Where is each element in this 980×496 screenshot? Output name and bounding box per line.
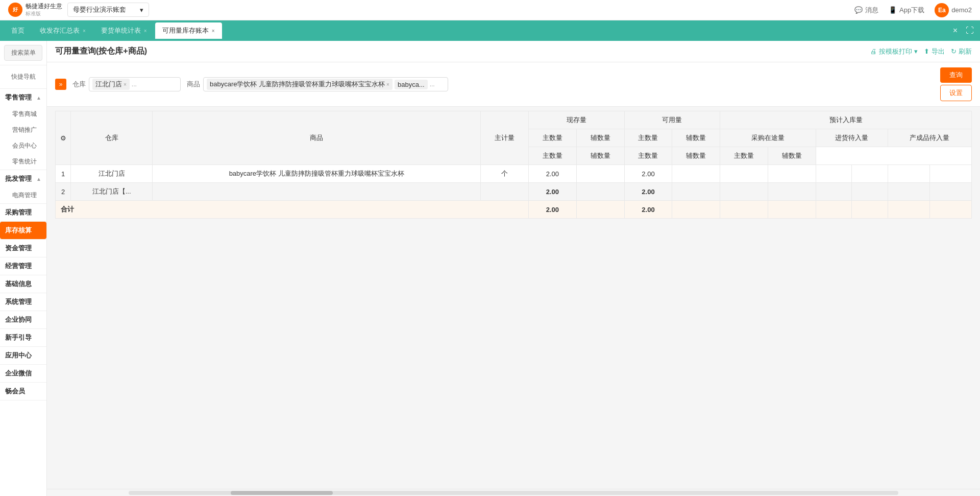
sidebar-section-operations-header[interactable]: 经营管理 bbox=[0, 257, 46, 275]
cell-pr-main-1 bbox=[888, 165, 929, 183]
industry-selector-label: 母婴行业演示账套 bbox=[73, 5, 126, 14]
sidebar-item-retail-mall[interactable]: 零售商城 bbox=[0, 106, 46, 122]
cell-av-aux-2 bbox=[672, 183, 720, 201]
filter-actions: 查询 设置 bbox=[940, 67, 972, 101]
sidebar-section-basic-header[interactable]: 基础信息 bbox=[0, 275, 46, 293]
sidebar-section-inventory: 库存核算 bbox=[0, 222, 46, 240]
logo-sub: 标准版 bbox=[26, 10, 62, 17]
th-purchase-in: 采购在途量 bbox=[720, 129, 816, 147]
sidebar-section-collab-header[interactable]: 企业协同 bbox=[0, 311, 46, 328]
cell-pi-aux-1 bbox=[768, 165, 816, 183]
th-pr-main: 主数量 bbox=[720, 147, 768, 165]
cell-no-2: 2 bbox=[56, 183, 71, 201]
sidebar-section-retail-header[interactable]: 零售管理 ▲ bbox=[0, 89, 46, 106]
sidebar-section-collab: 企业协同 bbox=[0, 311, 46, 329]
product-tag1-text: babycare学饮杯 儿童防摔防撞吸管杯重力球吸嘴杯宝宝水杯 bbox=[210, 80, 385, 89]
avatar: Ea bbox=[935, 3, 949, 17]
sidebar-section-basic: 基础信息 bbox=[0, 275, 46, 293]
cell-pr-aux-1 bbox=[929, 165, 971, 183]
sidebar-section-changyuan-header[interactable]: 畅会员 bbox=[0, 383, 46, 400]
product-tag2-text: babyca... bbox=[398, 81, 425, 88]
th-gear[interactable]: ⚙ bbox=[56, 111, 71, 165]
print-icon: 🖨 bbox=[870, 48, 877, 55]
basic-info-label: 基础信息 bbox=[5, 279, 32, 289]
sidebar-item-marketing[interactable]: 营销推广 bbox=[0, 122, 46, 138]
print-btn[interactable]: 🖨 按模板打印 ▾ bbox=[870, 47, 918, 56]
th-pr-aux: 辅数量 bbox=[768, 147, 816, 165]
cell-gi-main-2 bbox=[816, 183, 851, 201]
th-available: 可用量 bbox=[624, 111, 720, 129]
scrollbar-thumb[interactable] bbox=[231, 491, 333, 495]
product-input[interactable]: babycare学饮杯 儿童防摔防撞吸管杯重力球吸嘴杯宝宝水杯 × babyca… bbox=[203, 77, 448, 91]
warehouse-tag-close[interactable]: × bbox=[124, 82, 127, 87]
sidebar-section-wholesale: 批发管理 ▲ 电商管理 bbox=[0, 170, 46, 204]
close-all-tabs-btn[interactable]: × bbox=[951, 24, 960, 37]
top-bar: 好 畅捷通好生意 标准版 母婴行业演示账套 ▾ 💬 消息 📱 App下载 Ea … bbox=[0, 0, 980, 20]
export-btn[interactable]: ⬆ 导出 bbox=[924, 47, 945, 56]
app-download-btn[interactable]: 📱 App下载 bbox=[889, 6, 924, 15]
purchase-label: 采购管理 bbox=[5, 208, 32, 217]
top-bar-right: 💬 消息 📱 App下载 Ea demo2 bbox=[854, 3, 972, 17]
search-menu-btn[interactable]: 搜索菜单 bbox=[4, 45, 42, 61]
user-area[interactable]: Ea demo2 bbox=[935, 3, 972, 17]
horizontal-scrollbar[interactable] bbox=[129, 491, 898, 495]
warehouse-more[interactable]: ... bbox=[132, 81, 137, 88]
sidebar-section-finance-header[interactable]: 资金管理 bbox=[0, 240, 46, 257]
cell-unit-1: 个 bbox=[481, 165, 529, 183]
message-btn[interactable]: 💬 消息 bbox=[854, 6, 878, 15]
export-icon: ⬆ bbox=[924, 48, 929, 55]
sidebar-section-retail: 零售管理 ▲ 零售商城 营销推广 会员中心 零售统计 bbox=[0, 89, 46, 170]
fullscreen-btn[interactable]: ⛶ bbox=[964, 24, 976, 37]
sidebar-item-retail-stats[interactable]: 零售统计 bbox=[0, 154, 46, 170]
product-tag1-close[interactable]: × bbox=[386, 82, 389, 87]
sidebar-section-guide-header[interactable]: 新手引导 bbox=[0, 329, 46, 346]
tab-home[interactable]: 首页 bbox=[4, 22, 32, 39]
sidebar-item-ecommerce[interactable]: 电商管理 bbox=[0, 187, 46, 203]
collab-label: 企业协同 bbox=[5, 315, 32, 324]
cell-pi-main-2 bbox=[720, 183, 768, 201]
query-btn[interactable]: 查询 bbox=[940, 67, 972, 83]
sidebar-section-system-header[interactable]: 系统管理 bbox=[0, 293, 46, 311]
page-actions: 🖨 按模板打印 ▾ ⬆ 导出 ↻ 刷新 bbox=[870, 47, 972, 56]
sidebar-item-member[interactable]: 会员中心 bbox=[0, 138, 46, 154]
product-more[interactable]: ... bbox=[430, 81, 435, 88]
th-goods-in: 进货待入量 bbox=[816, 129, 888, 147]
warehouse-tag-text: 江北门店 bbox=[95, 80, 122, 89]
industry-selector[interactable]: 母婴行业演示账套 ▾ bbox=[67, 3, 149, 17]
cell-gi-main-1 bbox=[816, 165, 851, 183]
product-tag1: babycare学饮杯 儿童防摔防撞吸管杯重力球吸嘴杯宝宝水杯 × bbox=[207, 79, 393, 90]
cell-pr-aux-2 bbox=[929, 183, 971, 201]
warehouse-input[interactable]: 江北门店 × ... bbox=[89, 77, 181, 91]
tab-bar: 首页 收发存汇总表 × 要货单统计表 × 可用量库存账本 × × ⛶ bbox=[0, 20, 980, 41]
tab-available-stock[interactable]: 可用量库存账本 × bbox=[155, 22, 222, 39]
cell-warehouse-2: 江北门店【... bbox=[71, 183, 153, 201]
cell-cs-main-1: 2.00 bbox=[528, 165, 576, 183]
sidebar-section-enterprise-wechat-header[interactable]: 企业微信 bbox=[0, 365, 46, 382]
sidebar-item-quick-nav[interactable]: 快捷导航 bbox=[0, 68, 46, 85]
warehouse-filter-group: 仓库 江北门店 × ... bbox=[72, 77, 181, 91]
top-bar-left: 好 畅捷通好生意 标准版 母婴行业演示账套 ▾ bbox=[8, 3, 149, 17]
refresh-btn[interactable]: ↻ 刷新 bbox=[951, 47, 972, 56]
tab-order-stats[interactable]: 要货单统计表 × bbox=[94, 22, 154, 39]
sidebar-section-wholesale-header[interactable]: 批发管理 ▲ bbox=[0, 170, 46, 187]
expand-filter-btn[interactable]: » bbox=[55, 79, 66, 90]
sidebar-section-app-center-header[interactable]: 应用中心 bbox=[0, 347, 46, 364]
tab-available-stock-label: 可用量库存账本 bbox=[162, 26, 209, 35]
logo-text: 畅捷通好生意 bbox=[26, 3, 62, 10]
settings-btn[interactable]: 设置 bbox=[940, 85, 972, 101]
tab-available-stock-close[interactable]: × bbox=[212, 28, 215, 34]
sidebar-section-inventory-header[interactable]: 库存核算 bbox=[0, 222, 46, 239]
summary-cs-main: 2.00 bbox=[528, 201, 576, 219]
summary-gi-main bbox=[816, 201, 851, 219]
tab-receive-send-close[interactable]: × bbox=[83, 28, 86, 34]
cell-product-2 bbox=[153, 183, 481, 201]
product-label: 商品 bbox=[187, 80, 200, 89]
tab-order-stats-close[interactable]: × bbox=[144, 28, 147, 34]
chevron-down-icon: ▾ bbox=[140, 6, 143, 14]
cell-gi-aux-1 bbox=[852, 165, 888, 183]
tab-receive-send[interactable]: 收发存汇总表 × bbox=[33, 22, 93, 39]
cell-pr-main-2 bbox=[888, 183, 929, 201]
summary-pr-main bbox=[888, 201, 929, 219]
cell-unit-2 bbox=[481, 183, 529, 201]
sidebar-section-purchase-header[interactable]: 采购管理 bbox=[0, 204, 46, 221]
